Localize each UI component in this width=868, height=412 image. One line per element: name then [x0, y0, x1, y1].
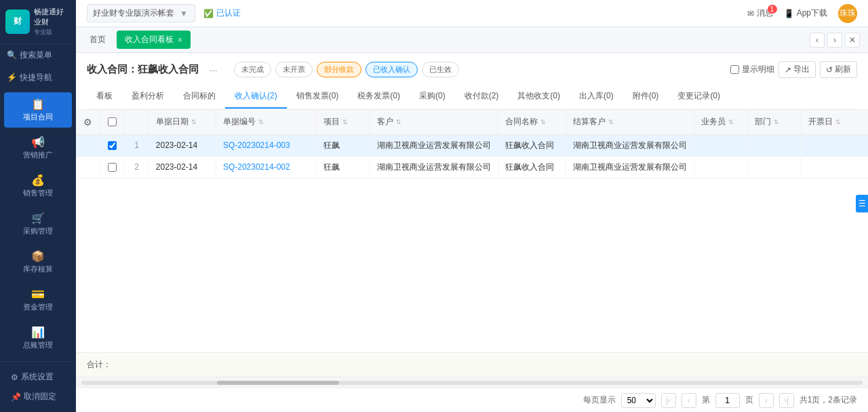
th-project[interactable]: 项目⇅: [317, 110, 370, 134]
sidebar-item-fund[interactable]: 💳 资金管理: [4, 282, 72, 318]
tab-purchase[interactable]: 采购(0): [410, 85, 455, 109]
tab-kanban[interactable]: 看板: [87, 85, 122, 109]
sidebar-nav: 📋 项目合同 📢 营销推广 💰 销售管理 🛒 采购管理 📦 库存核算 💳 资金管…: [0, 89, 76, 361]
more-options-button[interactable]: ···: [207, 64, 220, 75]
pagination-last-button[interactable]: ›|: [779, 393, 794, 408]
row-project-cell: 狂飙: [317, 156, 370, 178]
scroll-track[interactable]: [81, 381, 863, 385]
sidebar-item-marketing[interactable]: 📢 营销推广: [4, 130, 72, 166]
scroll-thumb[interactable]: [217, 381, 339, 385]
th-staff-label: 业务员: [701, 116, 726, 128]
income-contract-tab[interactable]: 收入合同看板 ×: [117, 31, 191, 49]
settings-label: 系统设置: [21, 371, 54, 383]
row-sn-cell: SQ-20230214-003: [216, 134, 316, 156]
right-float-button[interactable]: ☰: [856, 195, 868, 212]
th-staff[interactable]: 业务员⇅: [694, 110, 747, 134]
status-partial-receipt-button[interactable]: 部分收款: [317, 62, 361, 77]
th-contract-label: 合同名称: [505, 116, 538, 128]
settings-icon: ⚙: [11, 373, 18, 382]
row-end-customer-cell: 湖南卫视商业运营发展有限公司: [566, 134, 694, 156]
select-all-checkbox[interactable]: [108, 117, 117, 126]
company-selector[interactable]: 好业财专业版演示帐套 ▼: [87, 4, 195, 22]
tab-contract-mark[interactable]: 合同标的: [174, 85, 225, 109]
show-detail-input[interactable]: [730, 65, 739, 74]
status-unfinished-button[interactable]: 未完成: [234, 62, 271, 77]
tab-in-out[interactable]: 出入库(0): [570, 85, 623, 109]
th-end-customer[interactable]: 结算客户⇅: [566, 110, 694, 134]
th-gear[interactable]: ⚙: [76, 110, 100, 134]
export-button[interactable]: ↗ 导出: [778, 61, 816, 78]
refresh-button[interactable]: ↺ 刷新: [820, 61, 857, 78]
main-area: 好业财专业版演示帐套 ▼ ✅ 已认证 ✉ 消息 1 📱 App下载 珠珠 首页: [76, 0, 868, 412]
th-open-date[interactable]: 开票日⇅: [802, 110, 868, 134]
tab-close-icon[interactable]: ×: [178, 35, 182, 45]
refresh-icon: ↺: [826, 65, 833, 75]
sidebar-item-general[interactable]: 📊 总账管理: [4, 320, 72, 356]
fund-icon: 💳: [31, 288, 45, 301]
tab-profit[interactable]: 盈利分析: [122, 85, 174, 109]
tab-close-all-button[interactable]: ✕: [845, 33, 860, 48]
sidebar-item-label: 销售管理: [23, 188, 53, 198]
row-sn-link[interactable]: SQ-20230214-002: [223, 162, 290, 172]
row-checkbox[interactable]: [108, 163, 117, 172]
th-dept[interactable]: 部门⇅: [748, 110, 802, 134]
sales-icon: 💰: [31, 174, 45, 187]
th-contract[interactable]: 合同名称⇅: [498, 110, 566, 134]
status-effective-button[interactable]: 已生效: [422, 62, 459, 77]
th-proj-label: 项目: [323, 116, 340, 128]
tab-change-log[interactable]: 变更记录(0): [668, 85, 730, 109]
status-uninvoiced-button[interactable]: 未开票: [275, 62, 313, 77]
refresh-label: 刷新: [835, 64, 851, 75]
th-date[interactable]: 单据日期⇅: [149, 110, 216, 134]
table-area: ⚙ 单据日期⇅ 单据编号⇅ 项目⇅: [76, 110, 868, 352]
sidebar-cancel-pin-item[interactable]: 📌 取消固定: [5, 387, 71, 407]
home-tab-label: 首页: [90, 35, 106, 44]
tab-prev-button[interactable]: ‹: [810, 33, 825, 48]
sidebar-item-inventory[interactable]: 📦 库存核算: [4, 244, 72, 280]
user-avatar[interactable]: 珠珠: [838, 4, 857, 23]
th-sn[interactable]: 单据编号⇅: [216, 110, 316, 134]
quicknav-label: 快捷导航: [20, 72, 52, 83]
tab-next-button[interactable]: ›: [827, 33, 842, 48]
tab-attachment[interactable]: 附件(0): [623, 85, 669, 109]
th-dept-label: 部门: [755, 116, 771, 128]
per-page-select[interactable]: 10 20 50 100: [621, 393, 656, 408]
quicknav-item[interactable]: ⚡ 快捷导航: [0, 67, 76, 89]
home-tab[interactable]: 首页: [84, 31, 111, 48]
row-checkbox[interactable]: [108, 141, 117, 150]
tab-other-receipt[interactable]: 其他收支(0): [508, 85, 570, 109]
row-end-customer-cell: 湖南卫视商业运营发展有限公司: [566, 156, 694, 178]
pagination-next-button[interactable]: ›: [759, 393, 774, 408]
search-menu-item[interactable]: 🔍 搜索菜单: [0, 44, 76, 67]
tab-sales-invoice[interactable]: 销售发票(0): [287, 85, 349, 109]
tab-income-confirm[interactable]: 收入确认(2): [225, 85, 287, 109]
column-settings-icon[interactable]: ⚙: [83, 117, 92, 128]
tab-receipt[interactable]: 收付款(2): [455, 85, 509, 109]
message-button[interactable]: ✉ 消息 1: [747, 7, 773, 19]
row-num-cell: 2: [125, 156, 149, 178]
row-date-cell: 2023-02-14: [149, 134, 216, 156]
pagination-total: 共1页，2条记录: [800, 394, 857, 406]
status-income-confirmed-button[interactable]: 已收入确认: [366, 62, 418, 77]
pagination-prev-button[interactable]: ‹: [682, 393, 696, 408]
general-icon: 📊: [31, 326, 45, 339]
row-sn-link[interactable]: SQ-20230214-003: [223, 141, 290, 150]
sidebar-item-purchase[interactable]: 🛒 采购管理: [4, 206, 72, 242]
export-label: 导出: [793, 64, 810, 75]
tab-tax-invoice[interactable]: 税务发票(0): [348, 85, 410, 109]
sidebar-item-project-contract[interactable]: 📋 项目合同: [4, 92, 72, 128]
show-detail-checkbox[interactable]: 显示明细: [730, 64, 774, 75]
page-number-input[interactable]: [715, 393, 740, 408]
th-customer[interactable]: 客户⇅: [370, 110, 498, 134]
app-name: 畅捷通好业财: [34, 7, 71, 28]
topbar-right: ✉ 消息 1 📱 App下载 珠珠: [747, 4, 857, 23]
pagination-first-button[interactable]: |‹: [661, 393, 676, 408]
float-btn-icon: ☰: [857, 199, 867, 208]
search-icon: 🔍: [7, 50, 17, 60]
scroll-area[interactable]: [76, 377, 868, 388]
sidebar-item-sales[interactable]: 💰 销售管理: [4, 168, 72, 204]
app-download-button[interactable]: 📱 App下载: [784, 7, 827, 19]
sidebar-settings-item[interactable]: ⚙ 系统设置: [5, 367, 71, 387]
sort-icon: ⇅: [728, 119, 734, 126]
row-gear-cell: [76, 156, 100, 178]
